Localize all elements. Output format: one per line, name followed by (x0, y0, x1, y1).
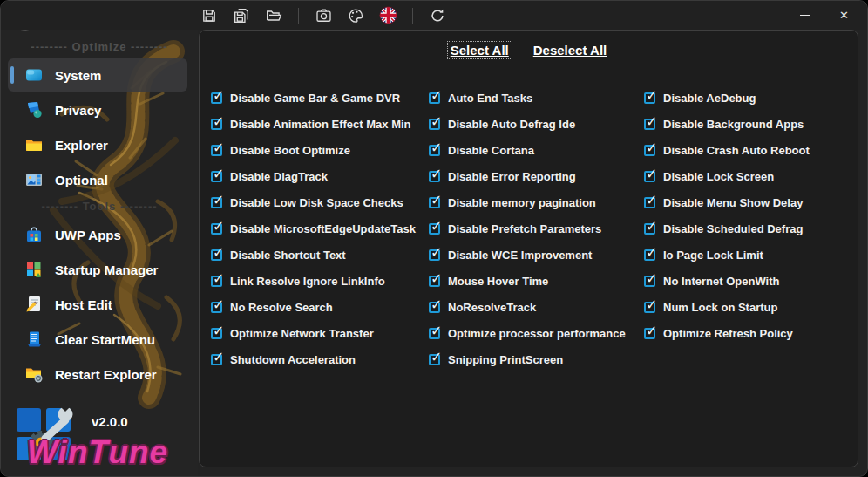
checkbox-checked[interactable] (211, 119, 222, 130)
checkbox-checked[interactable] (644, 171, 655, 182)
checkbox-row[interactable]: Disable Error Reporting (429, 163, 642, 189)
sidebar-item-privacy[interactable]: Privacy (8, 93, 187, 126)
checkbox-checked[interactable] (429, 92, 440, 104)
minimize-button[interactable] (785, 1, 824, 30)
sidebar-item-startup-manager[interactable]: Startup Manager (8, 253, 187, 286)
checkbox-checked[interactable] (429, 171, 440, 182)
theme-button[interactable] (346, 6, 365, 25)
checkbox-checked[interactable] (644, 302, 655, 313)
checkbox-checked[interactable] (211, 171, 222, 182)
checkbox-row[interactable]: Disable WCE Improvement (429, 242, 642, 268)
checkbox-row[interactable]: Optimize Network Transfer (211, 320, 424, 346)
checkbox-row[interactable]: Disable Lock Screen (644, 163, 858, 189)
selection-links: Select All Deselect All (200, 42, 858, 58)
checkbox-label: Disable Boot Optimize (230, 144, 350, 157)
checkbox-checked[interactable] (211, 276, 222, 287)
checkbox-checked[interactable] (644, 145, 655, 156)
checkbox-checked[interactable] (429, 276, 440, 287)
checkbox-row[interactable]: Auto End Tasks (429, 85, 642, 111)
checkbox-checked[interactable] (644, 223, 655, 235)
screenshot-button[interactable] (314, 6, 333, 25)
palette-icon (348, 8, 364, 24)
checkbox-checked[interactable] (211, 302, 222, 313)
checkbox-row[interactable]: No Resolve Search (211, 294, 424, 320)
checkbox-checked[interactable] (644, 92, 655, 104)
sidebar-item-optional[interactable]: Optional (8, 163, 187, 196)
checkbox-row[interactable]: Optimize Refresh Policy (644, 320, 858, 346)
checkbox-checked[interactable] (211, 354, 222, 365)
checkbox-checked[interactable] (211, 197, 222, 208)
checkbox-label: Disable Crash Auto Reboot (663, 144, 810, 157)
checkbox-row[interactable]: Disable memory pagination (429, 189, 642, 215)
checkbox-row[interactable]: Disable AeDebug (644, 85, 858, 111)
checkbox-checked[interactable] (644, 276, 655, 287)
select-all-link[interactable]: Select All (448, 42, 512, 58)
checkbox-label: Optimize processor performance (448, 327, 626, 340)
sidebar-item-explorer[interactable]: Explorer (8, 128, 187, 161)
checkbox-row[interactable]: Disable Shortcut Text (211, 242, 424, 268)
checkbox-checked[interactable] (429, 197, 440, 208)
checkbox-row[interactable]: Disable Menu Show Delay (644, 189, 858, 215)
checkbox-row[interactable]: Snipping PrintScreen (429, 346, 642, 372)
refresh-button[interactable] (428, 6, 447, 25)
checkbox-label: Disable Background Apps (663, 118, 804, 131)
checkbox-row[interactable]: NoResolveTrack (429, 294, 642, 320)
checkbox-checked[interactable] (429, 223, 440, 235)
sidebar-item-clear-startmenu[interactable]: Clear StartMenu (8, 323, 187, 356)
clear-startmenu-icon (24, 330, 44, 349)
checkbox-row[interactable]: Disable Game Bar & Game DVR (211, 85, 424, 111)
checkbox-label: Disable Lock Screen (663, 170, 774, 183)
checkbox-row[interactable]: Disable Prefetch Parameters (429, 215, 642, 242)
checkbox-checked[interactable] (429, 354, 440, 365)
section-label-tools: -------- Tools -------- (1, 200, 198, 213)
sidebar: tranht17 -------- Optimize -------- Syst… (1, 1, 198, 476)
checkbox-checked[interactable] (429, 145, 440, 156)
save-all-button[interactable] (232, 6, 251, 25)
checkbox-checked[interactable] (644, 249, 655, 261)
save-button[interactable] (200, 6, 219, 25)
checkbox-row[interactable]: Disable Cortana (429, 137, 642, 163)
checkbox-row[interactable]: Mouse Hover Time (429, 268, 642, 294)
checkbox-row[interactable]: Io Page Lock Limit (644, 242, 858, 268)
checkbox-row[interactable]: Disable Background Apps (644, 111, 858, 137)
checkbox-checked[interactable] (211, 223, 222, 235)
open-file-button[interactable] (264, 6, 283, 25)
checkbox-row[interactable]: Num Lock on Startup (644, 294, 858, 320)
checkbox-checked[interactable] (211, 92, 222, 104)
checkbox-checked[interactable] (429, 328, 440, 339)
deselect-all-link[interactable]: Deselect All (531, 42, 610, 58)
checkbox-row[interactable]: Shutdown Acceleration (211, 346, 424, 372)
checkbox-row[interactable]: Disable Animation Effect Max Min (211, 111, 424, 137)
checkbox-row[interactable]: Disable Crash Auto Reboot (644, 137, 858, 163)
checkbox-checked[interactable] (429, 249, 440, 261)
checkbox-label: Disable Animation Effect Max Min (230, 118, 411, 131)
checkbox-row[interactable]: Optimize processor performance (429, 320, 642, 346)
checkbox-row[interactable]: Disable Low Disk Space Checks (211, 189, 424, 215)
checkbox-row[interactable]: Disable DiagTrack (211, 163, 424, 189)
sidebar-item-label: Optional (55, 173, 108, 187)
checkbox-checked[interactable] (211, 249, 222, 261)
checkbox-checked[interactable] (429, 302, 440, 313)
checkbox-row[interactable]: Disable Scheduled Defrag (644, 215, 858, 242)
language-button[interactable] (378, 6, 397, 25)
checkbox-checked[interactable] (211, 145, 222, 156)
sidebar-item-uwp-apps[interactable]: UWP Apps (8, 218, 187, 251)
checkbox-row[interactable]: Disable MicrosoftEdgeUpdateTask (211, 215, 424, 242)
checkbox-checked[interactable] (429, 119, 440, 130)
checkbox-row[interactable]: Disable Auto Defrag Ide (429, 111, 642, 137)
privacy-icon (24, 100, 44, 119)
checkbox-checked[interactable] (644, 119, 655, 130)
checkbox-checked[interactable] (644, 197, 655, 208)
checkbox-label: Disable DiagTrack (230, 170, 328, 183)
sidebar-item-restart-explorer[interactable]: Restart Explorer (8, 358, 187, 391)
checkbox-row[interactable]: Disable Boot Optimize (211, 137, 424, 163)
language-uk-flag-icon (379, 6, 397, 24)
sidebar-item-system[interactable]: System (8, 58, 187, 92)
sidebar-item-host-edit[interactable]: Host Edit (8, 288, 187, 321)
checkbox-label: Disable Scheduled Defrag (663, 222, 803, 235)
checkbox-checked[interactable] (211, 328, 222, 339)
close-button[interactable]: ✕ (824, 1, 864, 30)
checkbox-row[interactable]: No Internet OpenWith (644, 268, 858, 294)
checkbox-row[interactable]: Link Resolve Ignore LinkInfo (211, 268, 424, 294)
checkbox-checked[interactable] (644, 328, 655, 339)
